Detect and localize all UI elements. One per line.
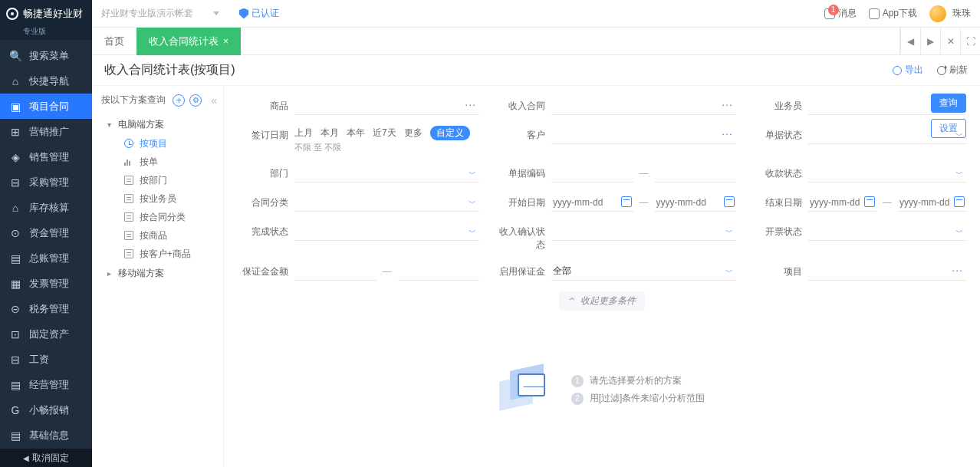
nav-item-2[interactable]: ▣项目合同 xyxy=(0,94,92,119)
calendar-icon[interactable] xyxy=(724,196,735,207)
calendar-icon[interactable] xyxy=(621,196,632,207)
step-num-2: 2 xyxy=(571,393,584,405)
tenant-select[interactable]: 好业财专业版演示帐套 xyxy=(101,7,224,20)
qd-last-month[interactable]: 上月 xyxy=(294,127,313,140)
sign-date-range-text: 不限 至 不限 xyxy=(294,142,479,153)
tab-prev[interactable]: ◀ xyxy=(900,28,920,55)
deposit-to[interactable] xyxy=(398,262,480,281)
range-dash: — xyxy=(383,266,392,277)
nav-icon: ⊟ xyxy=(9,354,21,366)
scheme-collapse[interactable]: « xyxy=(211,94,217,107)
nav-item-6[interactable]: ⌂库存核算 xyxy=(0,195,92,220)
qd-this-month[interactable]: 本月 xyxy=(321,127,339,140)
refresh-link[interactable]: 刷新 xyxy=(937,64,968,77)
scheme-item-4[interactable]: 按合同分类 xyxy=(101,208,217,226)
tab-next[interactable]: ▶ xyxy=(920,28,940,55)
nav-icon: ▤ xyxy=(9,429,21,442)
label-confirm: 收入确认状态 xyxy=(495,222,545,252)
scheme-settings[interactable]: ⚙ xyxy=(189,94,202,107)
page-title: 收入合同统计表(按项目) xyxy=(104,62,235,78)
chevron-down-icon: ﹀ xyxy=(955,130,963,141)
tab-home[interactable]: 首页 xyxy=(92,28,136,55)
page-header: 收入合同统计表(按项目) 导出 刷新 xyxy=(92,55,980,86)
customer-input[interactable] xyxy=(551,126,736,144)
nav-item-14[interactable]: G小畅报销 xyxy=(0,397,92,423)
scheme-group-0[interactable]: 电脑端方案 xyxy=(101,114,217,134)
ellipsis-icon[interactable]: ··· xyxy=(952,264,963,276)
user-menu[interactable]: 珠珠 xyxy=(929,5,971,22)
deposit-from[interactable] xyxy=(294,262,377,281)
nav-item-0[interactable]: 🔍搜索菜单 xyxy=(0,43,92,68)
calendar-icon[interactable] xyxy=(864,196,875,207)
nav-item-1[interactable]: ⌂快捷导航 xyxy=(0,68,92,94)
qd-this-year[interactable]: 本年 xyxy=(347,127,365,140)
nav-icon: ▦ xyxy=(9,278,21,290)
nav-item-8[interactable]: ▤总账管理 xyxy=(0,245,92,271)
bill-state-select[interactable] xyxy=(808,126,966,144)
app-download-button[interactable]: App下载 xyxy=(869,7,917,20)
label-sign-date: 签订日期 xyxy=(238,126,288,142)
nav-item-10[interactable]: ⊝税务管理 xyxy=(0,296,92,321)
brand-edition: 专业版 xyxy=(0,26,92,40)
salesman-input[interactable] xyxy=(808,97,966,115)
category-select[interactable] xyxy=(294,193,479,212)
nav-item-15[interactable]: ▤基础信息 xyxy=(0,423,92,448)
tab-close[interactable]: × xyxy=(223,36,229,47)
bill-no-to[interactable] xyxy=(655,164,737,183)
qd-more[interactable]: 更多 xyxy=(404,127,423,140)
nav-item-12[interactable]: ⊟工资 xyxy=(0,347,92,372)
tab-fullscreen[interactable]: ⛶ xyxy=(960,28,980,55)
contract-input[interactable] xyxy=(551,97,736,115)
nav-item-11[interactable]: ⊡固定资产 xyxy=(0,321,92,347)
chevron-down-icon: ﹀ xyxy=(469,198,476,209)
messages-button[interactable]: 1 消息 xyxy=(824,7,857,20)
bill-no-from[interactable] xyxy=(551,164,633,183)
goods-input[interactable] xyxy=(294,97,479,115)
project-input[interactable] xyxy=(808,262,966,281)
invoice-select[interactable] xyxy=(808,222,966,241)
filter-form: 查询 设置 商品 ··· 收入合同 ··· 业务员 ··· xyxy=(224,86,980,467)
chevron-down-icon: ﹀ xyxy=(955,227,963,238)
nav-item-5[interactable]: ⊟采购管理 xyxy=(0,169,92,195)
message-badge: 1 xyxy=(828,5,839,15)
tab-active[interactable]: 收入合同统计表× xyxy=(136,28,241,55)
doc-icon xyxy=(124,249,133,258)
ellipsis-icon[interactable]: ··· xyxy=(722,127,733,140)
nav-item-7[interactable]: ⊙资金管理 xyxy=(0,220,92,245)
scheme-item-5[interactable]: 按商品 xyxy=(101,226,217,245)
ellipsis-icon[interactable]: ··· xyxy=(465,98,476,110)
nav-item-3[interactable]: ⊞营销推广 xyxy=(0,119,92,144)
ellipsis-icon[interactable]: ··· xyxy=(722,98,733,110)
qd-7days[interactable]: 近7天 xyxy=(373,127,396,140)
scheme-group-1[interactable]: 移动端方案 xyxy=(101,263,217,283)
tab-close-all[interactable]: ✕ xyxy=(940,28,960,55)
step-num-1: 1 xyxy=(571,375,584,387)
brand-name: 畅捷通好业财 xyxy=(23,7,83,21)
quick-dates: 上月 本月 本年 近7天 更多 自定义 xyxy=(294,126,479,140)
avatar xyxy=(929,5,946,22)
calendar-icon[interactable] xyxy=(954,196,965,207)
pay-state-select[interactable] xyxy=(808,164,966,183)
label-category: 合同分类 xyxy=(238,193,288,209)
chevron-down-icon: ﹀ xyxy=(469,169,476,179)
dept-select[interactable] xyxy=(294,164,479,183)
deposit-on-select[interactable] xyxy=(551,262,736,281)
qd-custom[interactable]: 自定义 xyxy=(430,126,470,140)
scheme-item-1[interactable]: 按单 xyxy=(101,153,217,171)
complete-select[interactable] xyxy=(294,222,479,241)
confirm-select[interactable] xyxy=(551,222,736,241)
scheme-item-6[interactable]: 按客户+商品 xyxy=(101,245,217,263)
scheme-item-0[interactable]: 按项目 xyxy=(101,134,217,153)
nav-item-13[interactable]: ▤经营管理 xyxy=(0,372,92,397)
collapse-toggle[interactable]: 收起更多条件 xyxy=(559,291,645,311)
nav-item-9[interactable]: ▦发票管理 xyxy=(0,271,92,296)
scheme-add[interactable]: + xyxy=(173,94,185,107)
scheme-item-3[interactable]: 按业务员 xyxy=(101,189,217,208)
nav-item-4[interactable]: ◈销售管理 xyxy=(0,144,92,169)
sidebar-collapse[interactable]: 取消固定 xyxy=(0,449,92,467)
label-dept: 部门 xyxy=(238,164,288,180)
ellipsis-icon[interactable]: ··· xyxy=(952,98,963,110)
verified-badge: 已认证 xyxy=(239,7,279,20)
export-link[interactable]: 导出 xyxy=(893,64,923,77)
scheme-item-2[interactable]: 按部门 xyxy=(101,171,217,189)
